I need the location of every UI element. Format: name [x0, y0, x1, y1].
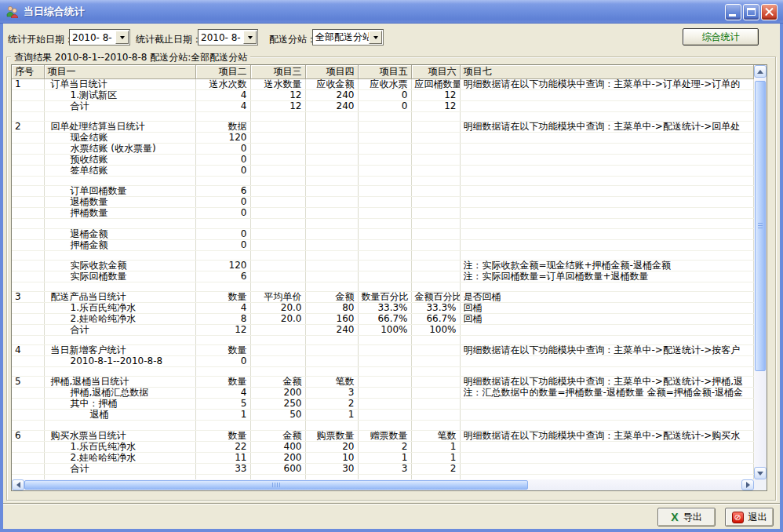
scroll-down-button[interactable] [754, 467, 767, 479]
chevron-down-icon [120, 36, 125, 39]
cell-c5 [358, 282, 411, 291]
window-title: 当日综合统计 [24, 5, 85, 19]
cell-n [12, 335, 44, 344]
result-groupbox-label: 查询结果 2010-8-1--2010-8-8 配送分站:全部配送分站 [11, 51, 250, 64]
app-icon [5, 5, 19, 18]
window-border-right [780, 24, 783, 532]
cell-t: 1.测试新区 [44, 90, 195, 101]
cell-n [12, 474, 44, 479]
cell-c4: 应收金额 [305, 79, 358, 90]
cell-c4: 160 [305, 313, 358, 324]
cell-c3 [250, 421, 305, 430]
cell-t: 1.乐百氏纯净水 [44, 302, 195, 313]
station-dropdown-button[interactable] [369, 31, 382, 44]
cell-c3 [250, 219, 305, 228]
cell-n [12, 186, 44, 197]
cell-c3: 20.0 [250, 313, 305, 324]
cell-c3 [250, 122, 305, 133]
export-button[interactable]: X 导出 [657, 508, 716, 527]
cell-c3 [250, 228, 305, 239]
cell-n: 4 [12, 345, 44, 356]
horizontal-scrollbar-thumb[interactable] [24, 480, 528, 490]
cell-c7: 注：汇总数据中的数量=押桶数量-退桶数量 金额=押桶金额-退桶金 [460, 388, 754, 399]
header-seq: 序号 [12, 65, 44, 79]
chevron-down-icon [248, 36, 253, 39]
chevron-down-icon [373, 36, 378, 39]
cell-t: 实际回桶数量 [44, 271, 195, 282]
cell-c3: 12 [250, 90, 305, 101]
cell-c2: 120 [195, 133, 250, 144]
window-controls [725, 4, 778, 20]
cell-n: 3 [12, 291, 44, 302]
minimize-button-icon[interactable] [725, 4, 741, 20]
close-icon [765, 8, 774, 16]
cell-c4 [305, 239, 358, 250]
cell-c6: 应回桶数量 [411, 79, 460, 90]
horizontal-scrollbar[interactable] [12, 479, 754, 490]
cell-c7: 明细数据请在以下功能模块中查询：主菜单中->配送统计->押桶,退 [460, 377, 754, 388]
maximize-button-icon[interactable] [743, 4, 759, 20]
cell-c7: 回桶 [460, 302, 754, 313]
cell-c3 [250, 208, 305, 219]
scroll-right-button[interactable] [741, 479, 754, 490]
station-label: 配送分站： [269, 33, 316, 46]
cell-c6 [411, 377, 460, 388]
cell-n [12, 410, 44, 421]
cell-t: 订单回桶数量 [44, 186, 195, 197]
table-row: 6购买水票当日统计数量金额购票数量赠票数量笔数明细数据请在以下功能模块中查询：主… [12, 430, 754, 441]
cell-t: 当日新增客户统计 [44, 345, 195, 356]
cell-c6 [411, 177, 460, 186]
cell-t: 1.乐百氏纯净水 [44, 441, 195, 452]
cell-n [12, 112, 44, 122]
cell-c3 [250, 474, 305, 479]
cell-c5 [358, 155, 411, 166]
table-row: 实际收款金额120注：实际收款金额=现金结账+押桶金额-退桶金额 [12, 260, 754, 271]
cell-c7 [460, 228, 754, 239]
scroll-up-button[interactable] [754, 65, 767, 78]
cell-c3: 600 [250, 463, 305, 474]
cell-c4: 240 [305, 324, 358, 335]
exit-button[interactable]: ⊘ 退出 [725, 508, 774, 527]
cell-c2: 4 [195, 302, 250, 313]
cell-c5 [358, 356, 411, 367]
table-row: 签单结账0 [12, 166, 754, 177]
scroll-left-button[interactable] [12, 479, 24, 490]
vertical-scrollbar[interactable] [754, 65, 767, 479]
stats-button[interactable]: 综合统计 [683, 28, 759, 46]
end-date-dropdown-button[interactable] [243, 31, 257, 44]
cell-c4 [305, 197, 358, 208]
cell-n [12, 208, 44, 219]
cell-c5 [358, 250, 411, 260]
table-row [12, 112, 754, 122]
cell-c5: 应收水票 [358, 79, 411, 90]
close-button-icon[interactable] [761, 4, 778, 20]
cell-c2: 0 [195, 356, 250, 367]
cell-c6: 2 [411, 463, 460, 474]
cell-c7 [460, 474, 754, 479]
cell-t: 2.娃哈哈纯净水 [44, 452, 195, 463]
stats-grid-frame: 序号 项目一 项目二 项目三 项目四 项目五 项目六 项目七 1订单当日统计送水… [11, 64, 767, 491]
cell-c3: 200 [250, 452, 305, 463]
end-date-combo[interactable]: 2010- 8- 8 [198, 29, 258, 46]
cell-c5 [358, 399, 411, 410]
cell-n [12, 155, 44, 166]
start-date-combo[interactable]: 2010- 8- 1 [69, 29, 130, 46]
cell-n [12, 367, 44, 377]
start-date-value: 2010- 8- 1 [70, 32, 115, 43]
cell-c3: 金额 [250, 377, 305, 388]
cell-c4 [305, 177, 358, 186]
start-date-dropdown-button[interactable] [115, 31, 129, 44]
cell-c4: 1 [305, 410, 358, 421]
cell-c4: 笔数 [305, 377, 358, 388]
cell-c5 [358, 219, 411, 228]
cell-t [44, 112, 195, 122]
station-combo[interactable]: 全部配送分站 [312, 29, 384, 46]
cell-c3: 20.0 [250, 302, 305, 313]
cell-c7 [460, 166, 754, 177]
vertical-scrollbar-thumb[interactable] [755, 81, 766, 371]
cell-c3: 400 [250, 441, 305, 452]
table-row [12, 177, 754, 186]
cell-c7 [460, 324, 754, 335]
cell-t: 配送产品当日统计 [44, 291, 195, 302]
cell-c2: 0 [195, 155, 250, 166]
